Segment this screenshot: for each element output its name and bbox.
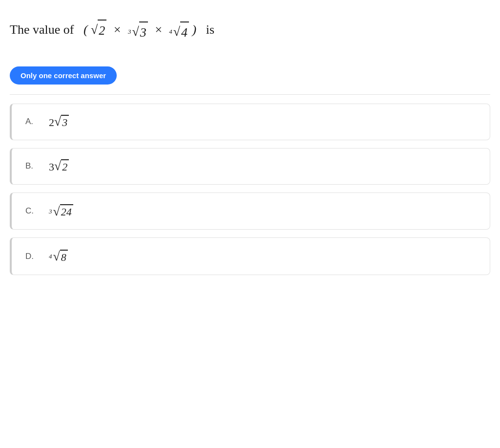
option-d[interactable]: D. 4√8 xyxy=(10,237,490,275)
option-a-math: 2√3 xyxy=(49,115,69,129)
option-c-label: C. xyxy=(25,206,37,216)
answer-type-badge: Only one correct answer xyxy=(10,66,117,85)
question-prefix: The value of xyxy=(10,22,74,37)
option-a[interactable]: A. 2√3 xyxy=(10,104,490,140)
question-suffix: is xyxy=(206,22,214,37)
options-list: A. 2√3 B. 3√2 C. 3√24 D. 4√8 xyxy=(10,104,490,275)
question-container: The value of ( √2 × 3√3 × 4√4 ) is Only … xyxy=(10,15,490,275)
option-d-label: D. xyxy=(25,252,37,261)
math-expression: ( √2 × 3√3 × 4√4 ) xyxy=(83,22,200,37)
option-c[interactable]: C. 3√24 xyxy=(10,192,490,230)
option-c-math: 3√24 xyxy=(49,204,73,219)
cbrt3: 3√3 xyxy=(128,21,148,42)
option-a-label: A. xyxy=(25,117,37,127)
option-b-math: 3√2 xyxy=(49,159,69,173)
fourthrt4: 4√4 xyxy=(169,21,189,42)
option-d-math: 4√8 xyxy=(49,249,68,264)
option-b[interactable]: B. 3√2 xyxy=(10,148,490,185)
question-text: The value of ( √2 × 3√3 × 4√4 ) is xyxy=(10,15,490,47)
divider xyxy=(10,94,490,95)
sqrt2: √2 xyxy=(91,20,106,40)
option-b-label: B. xyxy=(25,161,37,171)
